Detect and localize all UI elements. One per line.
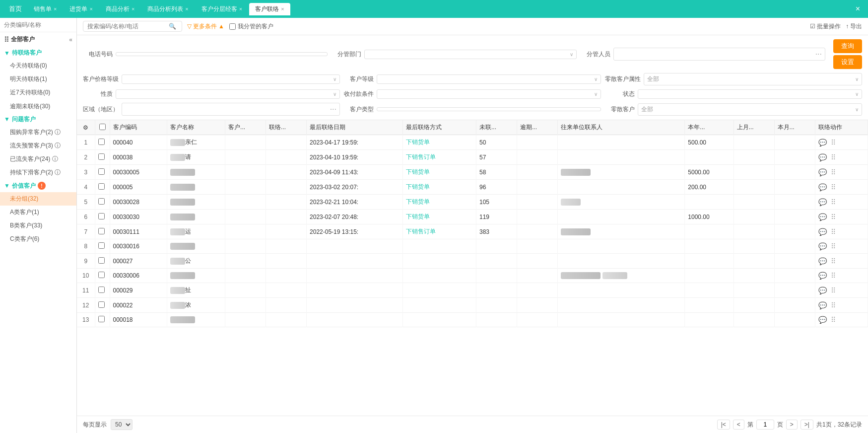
row-checkbox[interactable] (98, 213, 105, 219)
prev-page-btn[interactable]: < (733, 420, 744, 430)
sidebar-search-input[interactable] (4, 21, 77, 28)
cell-checkbox[interactable] (95, 254, 110, 269)
customer-level-input[interactable]: ∨ (377, 74, 601, 84)
chat-icon[interactable]: 💬 (818, 272, 827, 280)
select-all-checkbox[interactable] (99, 124, 106, 130)
manager-input[interactable]: ··· (613, 48, 825, 61)
cell-checkbox[interactable] (95, 269, 110, 283)
nav-tab-customer-tier[interactable]: 客户分层经客 × (196, 3, 248, 15)
chat-icon[interactable]: 💬 (818, 257, 827, 265)
my-customers-checkbox[interactable]: 我分管的客户 (229, 22, 273, 31)
chat-icon[interactable]: 💬 (818, 242, 827, 250)
dept-input[interactable]: ∨ (364, 50, 576, 59)
query-button[interactable]: 查询 (833, 39, 862, 53)
close-customer-tier-tab[interactable]: × (239, 6, 242, 12)
export-btn[interactable]: ↑ 导出 (846, 22, 862, 31)
sidebar-item-b-class[interactable]: B类客户(33) (0, 219, 76, 232)
row-checkbox[interactable] (98, 316, 105, 322)
cell-checkbox[interactable] (95, 165, 110, 180)
filter-search-input[interactable] (87, 23, 167, 30)
nav-tab-analysis-list[interactable]: 商品分析列表 × (141, 3, 194, 15)
cell-checkbox[interactable] (95, 150, 110, 165)
chat-icon[interactable]: 💬 (818, 316, 827, 324)
row-checkbox[interactable] (98, 301, 105, 308)
sidebar-item-churned[interactable]: 已流失客户(24) ⓘ (0, 152, 76, 166)
th-settings[interactable]: ⚙ (77, 120, 95, 135)
nav-home[interactable]: 首页 (4, 2, 27, 15)
sidebar-item-a-class[interactable]: A类客户(1) (0, 206, 76, 219)
cell-checkbox[interactable] (95, 180, 110, 195)
row-checkbox[interactable] (98, 198, 105, 205)
grid-action-icon[interactable]: ⠿ (831, 242, 836, 250)
row-checkbox[interactable] (98, 287, 105, 293)
sidebar-item-tomorrow[interactable]: 明天待联络(1) (0, 72, 76, 86)
dots-icon-2[interactable]: ··· (330, 105, 336, 114)
cell-checkbox[interactable] (95, 298, 110, 313)
chat-icon[interactable]: 💬 (818, 183, 827, 191)
nav-tab-analysis[interactable]: 商品分析 × (100, 3, 140, 15)
close-analysis-list-tab[interactable]: × (185, 6, 188, 12)
batch-ops-btn[interactable]: ☑ 批量操作 (810, 22, 841, 31)
row-checkbox[interactable] (98, 183, 105, 190)
nav-tab-purchase[interactable]: 进货单 × (64, 3, 98, 15)
payment-input[interactable]: ∨ (377, 89, 601, 99)
reset-button[interactable]: 设置 (833, 55, 862, 69)
dots-icon[interactable]: ··· (815, 50, 822, 59)
grid-action-icon[interactable]: ⠿ (831, 301, 836, 309)
chat-icon[interactable]: 💬 (818, 168, 827, 176)
my-customers-check[interactable] (229, 23, 236, 30)
close-all-tabs[interactable]: × (852, 4, 864, 13)
sidebar-item-7days[interactable]: 近7天待联络(0) (0, 86, 76, 99)
cell-checkbox[interactable] (95, 313, 110, 327)
next-page-btn[interactable]: > (786, 420, 798, 430)
close-purchase-tab[interactable]: × (89, 6, 92, 12)
first-page-btn[interactable]: |< (717, 420, 730, 430)
grid-action-icon[interactable]: ⠿ (831, 168, 836, 176)
sidebar-item-c-class[interactable]: C类客户(6) (0, 232, 76, 246)
chat-icon[interactable]: 💬 (818, 139, 827, 146)
row-checkbox[interactable] (98, 153, 105, 160)
nav-tab-sales[interactable]: 销售单 × (28, 3, 63, 15)
cell-checkbox[interactable] (95, 135, 110, 150)
grid-action-icon[interactable]: ⠿ (831, 272, 836, 280)
row-checkbox[interactable] (98, 257, 105, 264)
nature-input[interactable]: ∨ (116, 89, 340, 99)
grid-action-icon[interactable]: ⠿ (831, 139, 836, 146)
close-analysis-tab[interactable]: × (132, 6, 134, 12)
all-customers-header[interactable]: ⠿ 全部客户 « (0, 32, 76, 47)
last-page-btn[interactable]: >| (801, 420, 813, 430)
grid-action-icon[interactable]: ⠿ (831, 287, 836, 294)
row-checkbox[interactable] (98, 228, 105, 234)
sidebar-group-value[interactable]: ▼ 价值客户 ! (0, 180, 76, 192)
sidebar-item-churn-warning[interactable]: 流失预警客户(3) ⓘ (0, 139, 76, 152)
region-input[interactable]: ··· (122, 103, 340, 116)
row-checkbox[interactable] (98, 242, 105, 249)
price-level-input[interactable]: ∨ (122, 74, 340, 84)
row-checkbox[interactable] (98, 272, 105, 278)
customer-type-input[interactable] (377, 107, 601, 111)
cell-checkbox[interactable] (95, 283, 110, 298)
sidebar-item-ungroup[interactable]: 未分组(32) (0, 192, 76, 206)
chat-icon[interactable]: 💬 (818, 213, 827, 221)
grid-action-icon[interactable]: ⠿ (831, 198, 836, 206)
grid-action-icon[interactable]: ⠿ (831, 316, 836, 324)
chat-icon[interactable]: 💬 (818, 228, 827, 236)
per-page-select[interactable]: 50 (111, 419, 133, 430)
sidebar-group-pending[interactable]: ▼ 待联络客户 (0, 47, 76, 59)
sidebar-item-overdue-contact[interactable]: 逾期未联络(30) (0, 100, 76, 113)
phone-input[interactable] (116, 52, 328, 56)
cell-checkbox[interactable] (95, 210, 110, 224)
grid-action-icon[interactable]: ⠿ (831, 228, 836, 236)
chat-icon[interactable]: 💬 (818, 198, 827, 206)
row-checkbox[interactable] (98, 139, 105, 145)
grid-action-icon[interactable]: ⠿ (831, 153, 836, 161)
chat-icon[interactable]: 💬 (818, 287, 827, 294)
sidebar-group-problem[interactable]: ▼ 问题客户 (0, 113, 76, 126)
sidebar-search-box[interactable]: 🔍 (0, 18, 76, 32)
nav-tab-customer-contact[interactable]: 客户联络 × (249, 3, 290, 15)
row-checkbox[interactable] (98, 168, 105, 175)
status-input[interactable]: ∨ (638, 89, 862, 99)
more-conditions-btn[interactable]: ▽ 更多条件 ▲ (187, 22, 224, 31)
chat-icon[interactable]: 💬 (818, 301, 827, 309)
close-sales-tab[interactable]: × (54, 6, 57, 12)
